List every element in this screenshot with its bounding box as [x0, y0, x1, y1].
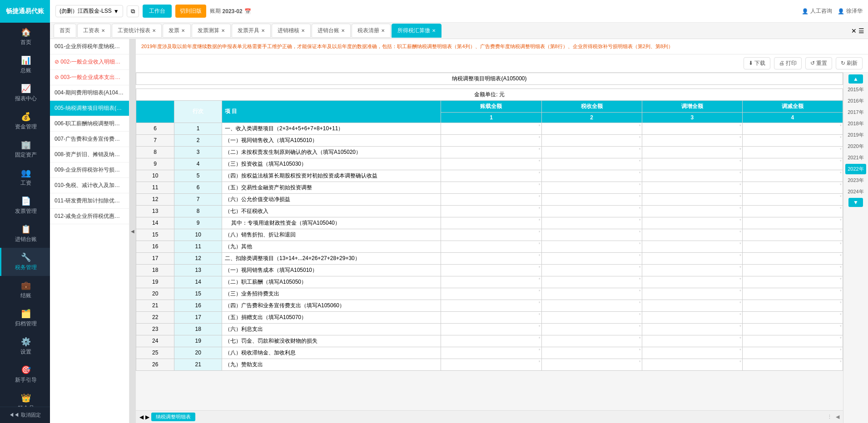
sidebar-item-guide[interactable]: 🎯 新手引导 [0, 360, 50, 389]
year-down-button[interactable]: ▼ [848, 198, 863, 207]
cell-18-c4[interactable] [742, 323, 843, 335]
tab-menu-icon[interactable]: ☰ [858, 27, 864, 34]
workbench-button[interactable]: 工作台 [143, 5, 172, 18]
next-sheet-icon[interactable]: ▶ [145, 414, 149, 420]
tab-close-invoice[interactable]: ✕ [181, 28, 185, 33]
year-2015[interactable]: 2015年 [845, 84, 866, 95]
tab-close-audit[interactable]: ✕ [301, 28, 305, 33]
cell-6-c4[interactable] [742, 182, 843, 193]
sub-nav-item-005[interactable]: 005-纳税调整项目明细表(A1... [50, 101, 129, 116]
sidebar-item-vip[interactable]: 👑 畅会员 [0, 389, 50, 407]
cell-10-c2[interactable] [541, 229, 642, 241]
cell-21-c4[interactable] [742, 359, 843, 370]
sidebar-item-ledger[interactable]: 📊 总账 [0, 51, 50, 79]
sub-nav-item-001[interactable]: 001-企业所得税年度纳税申... [50, 39, 129, 54]
cell-5-c1[interactable] [441, 170, 541, 182]
sub-nav-item-006[interactable]: 006-职工薪酬纳税调整明细... [50, 116, 129, 132]
reset-button[interactable]: ↺ 重置 [805, 57, 832, 69]
sub-nav-collapse[interactable]: ◀ [129, 39, 136, 423]
cell-6-c2[interactable] [541, 182, 642, 193]
cell-2-c1[interactable] [441, 134, 541, 146]
tab-invoice[interactable]: 发票✕ [163, 24, 191, 38]
tab-home[interactable]: 首页 [54, 24, 76, 38]
sub-nav-item-012[interactable]: 012-减免企业所得税优惠明细... [50, 209, 129, 224]
cell-9-c1[interactable] [441, 217, 541, 229]
tab-payroll[interactable]: 工资表✕ [77, 24, 111, 38]
sidebar-item-closeaccount[interactable]: 💼 结账 [0, 276, 50, 304]
cell-5-c3[interactable] [642, 170, 742, 182]
sidebar-item-invoice[interactable]: 📄 发票管理 [0, 192, 50, 220]
tab-close-payroll-stat[interactable]: ✕ [152, 28, 156, 33]
sidebar-item-home[interactable]: 🏠 首页 [0, 23, 50, 51]
sub-nav-item-011[interactable]: 011-研发费用加计扣除优惠... [50, 193, 129, 209]
cell-13-c4[interactable] [742, 264, 843, 276]
cell-18-c1[interactable] [441, 323, 541, 335]
tab-invoice-calc[interactable]: 发票测算✕ [192, 24, 231, 38]
cell-7-c4[interactable] [742, 193, 843, 205]
cell-1-c3[interactable] [642, 123, 742, 134]
cell-19-c4[interactable] [742, 335, 843, 347]
year-2024[interactable]: 2024年 [845, 187, 866, 197]
old-version-button[interactable]: 切到旧版 [175, 5, 206, 18]
year-2018[interactable]: 2018年 [845, 118, 866, 129]
cell-19-c3[interactable] [642, 335, 742, 347]
cell-12-c4[interactable] [742, 252, 843, 264]
cell-8-c4[interactable] [742, 205, 843, 217]
sub-nav-item-009[interactable]: 009-企业所得税弥补亏损明... [50, 162, 129, 178]
cell-14-c1[interactable] [441, 276, 541, 288]
cell-15-c4[interactable] [742, 288, 843, 300]
cell-20-c4[interactable] [742, 347, 843, 359]
cell-3-c2[interactable] [541, 146, 642, 158]
cell-9-c2[interactable] [541, 217, 642, 229]
cell-17-c4[interactable] [742, 311, 843, 323]
cell-1-c2[interactable] [541, 123, 642, 134]
cell-13-c1[interactable] [441, 264, 541, 276]
cell-13-c3[interactable] [642, 264, 742, 276]
cell-2-c3[interactable] [642, 134, 742, 146]
cell-2-c4[interactable] [742, 134, 843, 146]
company-selector[interactable]: (勿删）江西股金-LSS ▼ [55, 5, 123, 17]
sheet-scroll[interactable]: 纳税调整项目明细表(A105000) 金额单位: 元 [136, 73, 843, 411]
cell-16-c4[interactable] [742, 300, 843, 311]
cell-18-c2[interactable] [541, 323, 642, 335]
sidebar-item-settings[interactable]: ⚙️ 设置 [0, 332, 50, 360]
year-2016[interactable]: 2016年 [845, 96, 866, 106]
cell-1-c4[interactable] [742, 123, 843, 134]
cell-17-c2[interactable] [541, 311, 642, 323]
cell-2-c2[interactable] [541, 134, 642, 146]
cell-21-c1[interactable] [441, 359, 541, 370]
cell-4-c2[interactable] [541, 158, 642, 170]
cell-12-c3[interactable] [642, 252, 742, 264]
cell-10-c1[interactable] [441, 229, 541, 241]
sub-nav-item-010[interactable]: 010-免税、减计收入及加计... [50, 178, 129, 193]
cell-21-c3[interactable] [642, 359, 742, 370]
cell-1-c1[interactable] [441, 123, 541, 134]
cell-11-c4[interactable] [742, 241, 843, 252]
sub-nav-item-008[interactable]: 008-资产折旧、摊销及纳税... [50, 147, 129, 162]
cell-18-c3[interactable] [642, 323, 742, 335]
sidebar-unpin[interactable]: ◀◀ 取消固定 [0, 407, 50, 423]
tab-close-invoice-calc[interactable]: ✕ [221, 28, 225, 33]
cell-15-c1[interactable] [441, 288, 541, 300]
cell-15-c3[interactable] [642, 288, 742, 300]
year-2019[interactable]: 2019年 [845, 130, 866, 140]
tab-close-all[interactable]: ✕ [851, 27, 857, 34]
cell-12-c2[interactable] [541, 252, 642, 264]
tab-tax-list[interactable]: 税表清册✕ [352, 24, 391, 38]
cell-8-c1[interactable] [441, 205, 541, 217]
year-2020[interactable]: 2020年 [845, 141, 866, 152]
sidebar-item-sales[interactable]: 📋 进销台账 [0, 220, 50, 248]
scroll-left[interactable]: ◀ [836, 414, 839, 420]
cell-5-c4[interactable] [742, 170, 843, 182]
user-avatar[interactable]: 👤 徐泽华 [838, 7, 863, 15]
cell-15-c2[interactable] [541, 288, 642, 300]
cell-20-c2[interactable] [541, 347, 642, 359]
prev-sheet-icon[interactable]: ◀ [139, 414, 144, 420]
sidebar-item-assets[interactable]: 🏢 固定资产 [0, 135, 50, 163]
tab-ledger[interactable]: 进销台账✕ [312, 24, 351, 38]
cell-4-c1[interactable] [441, 158, 541, 170]
cell-11-c2[interactable] [541, 241, 642, 252]
sidebar-item-reports[interactable]: 📈 报表中心 [0, 79, 50, 107]
cell-7-c2[interactable] [541, 193, 642, 205]
cell-16-c1[interactable] [441, 300, 541, 311]
